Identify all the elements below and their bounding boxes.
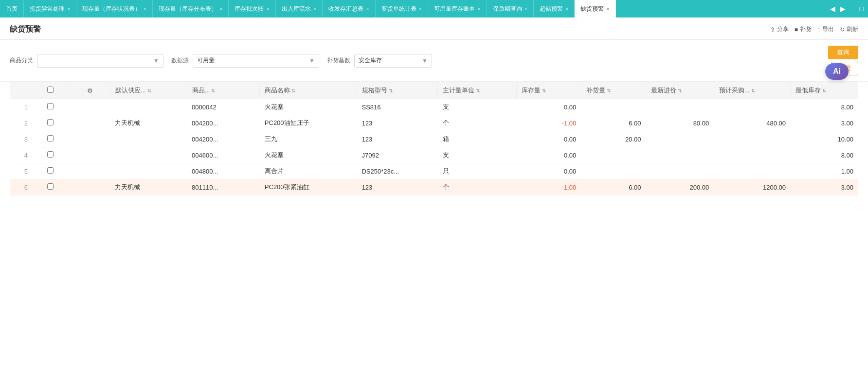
close-tab-expiry[interactable]: × bbox=[524, 6, 527, 12]
cell-index: 1 bbox=[10, 99, 42, 115]
cell-unit: 支 bbox=[438, 99, 516, 115]
tab-scroll-right[interactable]: ▶ bbox=[838, 0, 848, 18]
cell-name: 三九 bbox=[260, 131, 357, 147]
cell-minstock: 3.00 bbox=[791, 115, 858, 131]
th-replenish-label: 补货量 bbox=[586, 86, 605, 95]
replenish-base-label: 补货基数 bbox=[327, 56, 350, 65]
cell-code: 004200... bbox=[187, 115, 260, 131]
tab-shortage[interactable]: 缺货预警 × bbox=[575, 0, 615, 18]
select-all-checkbox[interactable] bbox=[47, 87, 54, 93]
datasource-value: 可用量 bbox=[197, 56, 215, 65]
supplier-sort-icon[interactable]: ⇅ bbox=[147, 88, 151, 93]
spec-sort-icon[interactable]: ⇅ bbox=[389, 88, 393, 93]
cell-gear bbox=[70, 147, 110, 163]
table-header-row: ⚙ 默认供应... ⇅ 商品... ⇅ bbox=[10, 82, 858, 99]
gear-icon[interactable]: ⚙ bbox=[87, 87, 93, 94]
row-checkbox[interactable] bbox=[47, 103, 54, 109]
th-name-label: 商品名称 bbox=[265, 86, 290, 95]
close-tab-stock-dist[interactable]: × bbox=[219, 6, 222, 12]
tab-demand-stat[interactable]: 要货单统计表 × bbox=[376, 0, 428, 18]
tab-stock-dist[interactable]: 现存量（库存分布表） × bbox=[153, 0, 229, 18]
minstock-sort-icon[interactable]: ⇅ bbox=[822, 88, 826, 93]
category-select[interactable]: ▼ bbox=[37, 54, 163, 68]
table-row: 1 0000042 火花塞 SS816 支 0.00 8.00 bbox=[10, 99, 858, 115]
tab-inout-flow[interactable]: 出入库流水 × bbox=[276, 0, 323, 18]
th-estimate-label: 预计采购... bbox=[719, 86, 750, 95]
close-tab-abnormal[interactable]: × bbox=[67, 6, 70, 12]
cell-replenish bbox=[581, 99, 646, 115]
tab-abnormal[interactable]: 拣货异常处理 × bbox=[24, 0, 76, 18]
tab-nav-controls: ◀ ▶ − □ bbox=[828, 0, 868, 18]
price-sort-icon[interactable]: ⇅ bbox=[678, 88, 682, 93]
datasource-select[interactable]: 可用量 ▼ bbox=[193, 54, 319, 68]
replenish-action[interactable]: ■ 补货 bbox=[795, 25, 812, 34]
cell-price bbox=[646, 99, 714, 115]
category-arrow-icon: ▼ bbox=[153, 57, 159, 64]
tab-stock-status[interactable]: 现存量（库存状况表） × bbox=[76, 0, 152, 18]
tab-home[interactable]: 首页 bbox=[0, 0, 24, 18]
cell-index: 2 bbox=[10, 115, 42, 131]
cell-supplier bbox=[110, 147, 187, 163]
unit-sort-icon[interactable]: ⇅ bbox=[476, 88, 480, 93]
close-tab-demand-stat[interactable]: × bbox=[419, 6, 422, 12]
datasource-label: 数据源 bbox=[171, 56, 189, 65]
tab-maximize[interactable]: □ bbox=[857, 0, 866, 18]
cell-spec: DS250*23c... bbox=[357, 163, 437, 179]
category-label: 商品分类 bbox=[10, 56, 33, 65]
row-checkbox[interactable] bbox=[47, 135, 54, 141]
query-button[interactable]: 查询 bbox=[828, 46, 858, 59]
th-estimate: 预计采购... ⇅ bbox=[714, 82, 791, 99]
row-checkbox[interactable] bbox=[47, 119, 54, 125]
replenish-base-value: 安全库存 bbox=[359, 56, 382, 65]
table-row: 6 力天机械 801110... PC200张紧油缸 123 个 -1.00 6… bbox=[10, 179, 858, 195]
refresh-icon: ↻ bbox=[840, 26, 845, 33]
cell-unit: 个 bbox=[438, 115, 516, 131]
close-tab-stock-status[interactable]: × bbox=[143, 6, 146, 12]
cell-minstock: 10.00 bbox=[791, 131, 858, 147]
tab-bar: 首页 拣货异常处理 × 现存量（库存状况表） × 现存量（库存分布表） × 库存… bbox=[0, 0, 868, 18]
tab-available-ledger[interactable]: 可用量库存账本 × bbox=[428, 0, 487, 18]
name-sort-icon[interactable]: ⇅ bbox=[291, 88, 295, 93]
tab-minimize[interactable]: − bbox=[848, 0, 857, 18]
ai-badge[interactable]: Ai bbox=[825, 63, 849, 80]
cell-estimate: 1200.00 bbox=[714, 179, 791, 195]
row-checkbox[interactable] bbox=[47, 151, 54, 158]
cell-estimate: 480.00 bbox=[714, 115, 791, 131]
tab-overstock[interactable]: 超储预警 × bbox=[534, 0, 575, 18]
row-checkbox[interactable] bbox=[47, 167, 54, 174]
cell-spec: 123 bbox=[357, 131, 437, 147]
close-tab-batch-account[interactable]: × bbox=[266, 6, 269, 12]
close-tab-overstock[interactable]: × bbox=[565, 6, 568, 12]
cell-check bbox=[42, 147, 70, 163]
cell-check bbox=[42, 179, 70, 195]
share-action[interactable]: ⇧ 分享 bbox=[770, 25, 789, 34]
close-tab-inout-flow[interactable]: × bbox=[313, 6, 316, 12]
tab-scroll-left[interactable]: ◀ bbox=[828, 0, 838, 18]
replenish-base-select[interactable]: 安全库存 ▼ bbox=[354, 54, 432, 68]
tab-collection[interactable]: 收发存汇总表 × bbox=[323, 0, 375, 18]
close-tab-shortage[interactable]: × bbox=[606, 6, 609, 12]
tab-expiry[interactable]: 保质期查询 × bbox=[487, 0, 534, 18]
replenish-sort-icon[interactable]: ⇅ bbox=[607, 88, 611, 93]
th-check bbox=[42, 82, 70, 99]
refresh-action[interactable]: ↻ 刷新 bbox=[840, 25, 858, 34]
tab-batch-account[interactable]: 库存批次账 × bbox=[229, 0, 275, 18]
cell-supplier bbox=[110, 163, 187, 179]
th-unit: 主计量单位 ⇅ bbox=[438, 82, 516, 99]
table-container: ⚙ 默认供应... ⇅ 商品... ⇅ bbox=[0, 82, 868, 195]
code-sort-icon[interactable]: ⇅ bbox=[211, 88, 215, 93]
export-action[interactable]: ↑ 导出 bbox=[817, 25, 834, 34]
cell-name: 离合片 bbox=[260, 163, 357, 179]
cell-spec: 123 bbox=[357, 179, 437, 195]
cell-unit: 只 bbox=[438, 163, 516, 179]
export-icon: ↑ bbox=[817, 26, 820, 33]
cell-check bbox=[42, 99, 70, 115]
datasource-filter-group: 数据源 可用量 ▼ bbox=[171, 54, 319, 68]
row-checkbox[interactable] bbox=[47, 183, 54, 190]
close-tab-available-ledger[interactable]: × bbox=[477, 6, 480, 12]
stock-sort-icon[interactable]: ⇅ bbox=[542, 88, 546, 93]
estimate-sort-icon[interactable]: ⇅ bbox=[751, 88, 755, 93]
cell-gear bbox=[70, 163, 110, 179]
cell-replenish: 6.00 bbox=[581, 179, 646, 195]
close-tab-collection[interactable]: × bbox=[366, 6, 369, 12]
